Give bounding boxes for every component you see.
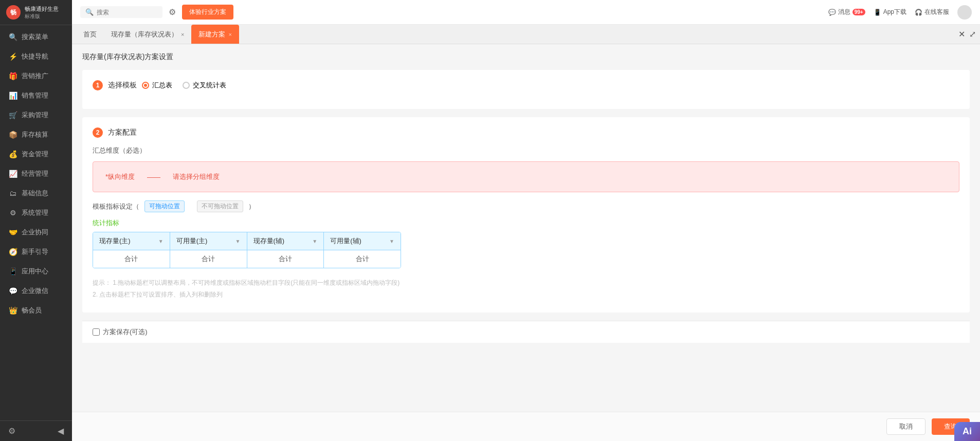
sidebar-item-marketing[interactable]: 🎁 营销推广: [0, 66, 72, 86]
cell-available-main: 合计: [170, 250, 247, 268]
sidebar-item-inventory[interactable]: 📦 库存核算: [0, 125, 72, 144]
sidebar-label-members: 畅会员: [22, 306, 42, 315]
tab-new-plan-close[interactable]: ×: [228, 31, 231, 38]
cell-present-main: 合计: [93, 250, 170, 268]
online-support-item[interactable]: 🎧 在线客服: [915, 8, 949, 16]
col-present-main-chevron[interactable]: ▼: [158, 238, 164, 244]
sidebar-icon-purchase: 🛒: [8, 111, 17, 119]
tip-2: 2. 点击标题栏下拉可设置排序、插入列和删除列: [93, 290, 959, 299]
col-present-aux[interactable]: 现存量(辅) ▼: [247, 232, 324, 250]
download-icon: 📱: [874, 9, 881, 16]
app-name: 畅康通好生意: [25, 5, 59, 12]
search-input[interactable]: [97, 9, 153, 16]
settings-icon[interactable]: ⚙: [8, 426, 15, 436]
sidebar-icon-inventory: 📦: [8, 131, 17, 139]
sidebar-label-inventory: 库存核算: [22, 130, 48, 139]
col-present-main-label: 现存量(主): [99, 236, 131, 246]
sidebar-item-purchase[interactable]: 🛒 采购管理: [0, 105, 72, 125]
tab-new-plan-label: 新建方案: [198, 30, 225, 39]
cancel-button[interactable]: 取消: [886, 418, 925, 435]
sidebar-icon-shortcuts: ⚡: [8, 52, 17, 61]
search-icon: 🔍: [85, 8, 94, 16]
sidebar-item-basic[interactable]: 🗂 基础信息: [0, 183, 72, 203]
tab-home-label: 首页: [83, 30, 97, 39]
content-area: 现存量(库存状况表)方案设置 1 选择模板 汇总表 交叉统计表: [72, 44, 980, 412]
sidebar-icon-wechat: 💬: [8, 287, 17, 295]
step1-number: 1: [93, 80, 103, 90]
message-item[interactable]: 💬 消息 99+: [828, 8, 865, 16]
radio-cross[interactable]: 交叉统计表: [183, 81, 226, 90]
trial-button[interactable]: 体验行业方案: [182, 5, 233, 20]
sidebar-label-cooperation: 企业协同: [22, 228, 48, 237]
tab-inventory-close[interactable]: ×: [181, 31, 184, 38]
sidebar-item-shortcuts[interactable]: ⚡ 快捷导航: [0, 47, 72, 66]
sidebar-icon-sales: 📊: [8, 91, 17, 100]
sidebar-item-newuser[interactable]: 🧭 新手引导: [0, 242, 72, 262]
message-badge: 99+: [852, 9, 865, 15]
save-checkbox[interactable]: [93, 328, 100, 336]
search-box[interactable]: 🔍: [80, 6, 162, 18]
tip-1: 提示： 1.拖动标题栏可以调整布局，不可跨维度或指标区域拖动栏目字段(只能在同一…: [93, 279, 959, 287]
sidebar-icon-search: 🔍: [8, 33, 17, 41]
sidebar-item-system[interactable]: ⚙ 系统管理: [0, 203, 72, 223]
sidebar-item-wechat[interactable]: 💬 企业微信: [0, 281, 72, 301]
sidebar-footer: ⚙ ◀: [0, 420, 72, 441]
tab-new-plan[interactable]: 新建方案 ×: [191, 25, 239, 44]
app-download-item[interactable]: 📱 App下载: [874, 8, 906, 16]
sidebar-item-operations[interactable]: 📈 经营管理: [0, 164, 72, 183]
page-title: 现存量(库存状况表)方案设置: [82, 52, 970, 62]
sidebar-item-sales[interactable]: 📊 销售管理: [0, 86, 72, 105]
col-available-aux-chevron[interactable]: ▼: [389, 238, 394, 244]
sidebar-icon-operations: 📈: [8, 170, 17, 178]
step2-card: 2 方案配置 汇总维度（必选） *纵向维度 —— 请选择分组维度 模板指标设定（…: [82, 117, 970, 313]
sidebar-label-sales: 销售管理: [22, 91, 48, 100]
col-available-main-label: 可用量(主): [176, 236, 208, 246]
sidebar-item-cooperation[interactable]: 🤝 企业协同: [0, 223, 72, 242]
sidebar-item-apps[interactable]: 📱 应用中心: [0, 262, 72, 281]
sidebar-icon-cooperation: 🤝: [8, 228, 17, 236]
topbar: 🔍 ⚙ 体验行业方案 💬 消息 99+ 📱 App下载 🎧 在线客服: [72, 0, 980, 25]
ai-badge[interactable]: Ai: [954, 422, 980, 441]
dim-placeholder: 请选择分组维度: [173, 172, 220, 181]
close-tab-btn[interactable]: ✕: [958, 29, 965, 39]
radio-cross-label: 交叉统计表: [193, 81, 226, 90]
sidebar-icon-marketing: 🎁: [8, 72, 17, 80]
sidebar-item-members[interactable]: 👑 畅会员: [0, 301, 72, 320]
expand-tab-btn[interactable]: ⤢: [969, 29, 976, 39]
cell-present-aux: 合计: [247, 250, 324, 268]
step1-header: 1 选择模板 汇总表 交叉统计表: [93, 80, 959, 90]
app-download-label: App下载: [883, 8, 906, 16]
sidebar-icon-system: ⚙: [8, 209, 17, 217]
col-present-aux-chevron[interactable]: ▼: [312, 238, 317, 244]
sidebar-label-finance: 资金管理: [22, 150, 48, 159]
sidebar-item-finance[interactable]: 💰 资金管理: [0, 144, 72, 164]
save-option[interactable]: 方案保存(可选): [93, 327, 148, 337]
col-available-main[interactable]: 可用量(主) ▼: [170, 232, 247, 250]
sidebar-icon-basic: 🗂: [8, 189, 17, 197]
radio-summary[interactable]: 汇总表: [142, 81, 172, 90]
user-avatar[interactable]: [957, 5, 972, 20]
col-present-main[interactable]: 现存量(主) ▼: [93, 232, 170, 250]
col-present-aux-label: 现存量(辅): [253, 236, 285, 246]
tab-home[interactable]: 首页: [76, 25, 104, 44]
dim-separator: ——: [147, 173, 160, 181]
sidebar-nav: 🔍 搜索菜单 ⚡ 快捷导航 🎁 营销推广 📊 销售管理 🛒 采购管理 📦 库存核…: [0, 25, 72, 420]
sidebar-icon-apps: 📱: [8, 267, 17, 275]
tabs-bar: 首页 现存量（库存状况表） × 新建方案 × ✕ ⤢: [72, 25, 980, 44]
step2-header: 2 方案配置: [93, 127, 959, 138]
draggable-badge: 可拖动位置: [144, 200, 185, 212]
topbar-gear-icon[interactable]: ⚙: [169, 7, 176, 17]
footer-actions: 取消 查询: [72, 412, 980, 441]
sidebar-item-search[interactable]: 🔍 搜索菜单: [0, 27, 72, 47]
col-available-aux-label: 可用量(辅): [330, 236, 361, 246]
cell-available-aux: 合计: [324, 250, 401, 268]
indicator-table-body: 合计 合计 合计 合计: [93, 250, 401, 268]
app-version: 标准版: [25, 13, 59, 20]
col-available-aux[interactable]: 可用量(辅) ▼: [324, 232, 401, 250]
app-logo: 畅 畅康通好生意 标准版: [0, 0, 72, 25]
stats-label: 统计指标: [93, 218, 959, 228]
dimension-row[interactable]: *纵向维度 —— 请选择分组维度: [93, 161, 959, 192]
collapse-icon[interactable]: ◀: [58, 426, 64, 436]
tab-inventory-status[interactable]: 现存量（库存状况表） ×: [104, 25, 191, 44]
col-available-main-chevron[interactable]: ▼: [235, 238, 241, 244]
